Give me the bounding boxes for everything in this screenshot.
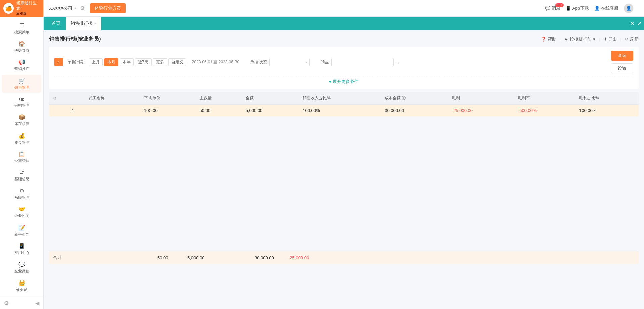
inventory-icon: 📦 <box>18 114 25 120</box>
page-actions: ❓ 帮助 | 🖨 按模板打印 ▾ | ⬇ 导出 | ↺ 刷新 <box>541 36 639 42</box>
sidebar-item-operations[interactable]: 📋 经营管理 <box>2 148 41 166</box>
sidebar-item-purchase[interactable]: 🛍 采购管理 <box>2 93 41 111</box>
service-label: 在线客服 <box>601 5 618 11</box>
sidebar-item-quick-nav[interactable]: 🏠 快捷导航 <box>2 38 41 56</box>
sidebar-item-label: 搜索菜单 <box>14 30 29 35</box>
topbar-right: 💬 消息 99+ 📱 App下载 👤 在线客服 👤 <box>545 4 639 13</box>
th-qty: 主数量 <box>196 92 242 105</box>
app-icon: 📱 <box>566 6 571 11</box>
th-amount: 全额 <box>242 92 299 105</box>
print-btn[interactable]: 🖨 按模板打印 ▾ <box>564 36 595 42</box>
tabbar: 首页 销售排行榜 × ✕ ⤢ <box>44 17 644 30</box>
date-btn-7days[interactable]: 近7天 <box>135 58 152 66</box>
tab-sales-ranking[interactable]: 销售排行榜 × <box>66 17 101 30</box>
export-btn[interactable]: ⬇ 导出 <box>603 36 617 42</box>
footer-amount: 5,000.00 <box>187 255 221 260</box>
sidebar-item-basic-info[interactable]: 🗂 基础信息 <box>2 167 41 184</box>
tab-home[interactable]: 首页 <box>46 17 66 30</box>
sidebar-item-wechat[interactable]: 💬 企业微信 <box>2 259 41 276</box>
sidebar-logo: 🍊 畅康通好生意 标准版 <box>0 0 43 17</box>
th-gross-rate: 毛利率 <box>514 92 575 105</box>
refresh-btn[interactable]: ↺ 刷新 <box>625 36 639 42</box>
sidebar-item-label: 快捷导航 <box>14 48 29 53</box>
help-btn[interactable]: ❓ 帮助 <box>541 36 556 42</box>
message-badge: 99+ <box>555 3 564 7</box>
company-dropdown-arrow: ▾ <box>74 6 76 10</box>
date-btn-more[interactable]: 更多 <box>153 58 167 66</box>
expand-icon[interactable]: ⤢ <box>637 20 641 27</box>
date-btn-this-year[interactable]: 本年 <box>120 58 134 66</box>
company-name: XXXXX公司 <box>49 5 72 11</box>
search-order-icon: ☰ <box>19 22 24 29</box>
logo-title: 畅康通好生意 <box>16 1 40 11</box>
td-avg-price: 100.00 <box>140 105 196 117</box>
sidebar-item-label: 企业微信 <box>14 269 29 274</box>
sidebar-item-system[interactable]: ⚙ 系统管理 <box>2 185 41 203</box>
basic-info-icon: 🗂 <box>19 169 25 175</box>
close-all-tabs-icon[interactable]: ✕ <box>630 20 634 27</box>
td-gross-pct: 100.00% <box>575 105 639 117</box>
sidebar-item-marketing[interactable]: 📢 营销推广 <box>2 56 41 74</box>
sidebar-item-app-center[interactable]: 📱 应用中心 <box>2 240 41 258</box>
print-label: 按模板打印 <box>570 36 592 42</box>
date-btn-custom[interactable]: 自定义 <box>168 58 186 66</box>
sidebar-item-guide[interactable]: 📝 新手引导 <box>2 222 41 240</box>
guide-icon: 📝 <box>18 224 25 231</box>
home-tab-label: 首页 <box>52 20 60 27</box>
settings-icon[interactable]: ⚙ <box>4 300 9 306</box>
date-btn-last-month[interactable]: 上月 <box>89 58 103 66</box>
sidebar-item-sales[interactable]: 🛒 销售管理 <box>2 75 41 93</box>
goods-input[interactable] <box>331 58 394 66</box>
th-setting[interactable]: ⚙ <box>49 92 61 105</box>
data-table: ⚙ 员工名称 平均单价 主数量 全额 销售收入占比% 成本全额 ⓘ 毛利 毛利率… <box>49 92 639 117</box>
online-service-btn[interactable]: 👤 在线客服 <box>594 5 618 11</box>
th-sales-pct: 销售收入占比% <box>299 92 381 105</box>
app-download-btn[interactable]: 📱 App下载 <box>566 5 589 11</box>
service-icon: 👤 <box>594 6 600 11</box>
page-header: 销售排行榜(按业务员) ❓ 帮助 | 🖨 按模板打印 ▾ | ⬇ 导出 | <box>49 36 639 43</box>
status-filter: 单据状态 <box>250 58 310 66</box>
query-btn[interactable]: 查询 <box>611 51 633 61</box>
goods-more-icon[interactable]: ... <box>396 60 399 64</box>
close-tab-icon[interactable]: × <box>94 21 97 26</box>
active-tab-label: 销售排行榜 <box>71 20 92 27</box>
operations-icon: 📋 <box>18 151 25 157</box>
export-label: 导出 <box>608 36 617 42</box>
sidebar-item-label: 应用中心 <box>14 250 29 255</box>
main-content: XXXXX公司 ▾ ⚙ 体验行业方案 💬 消息 99+ 📱 App下载 👤 在线… <box>44 0 644 309</box>
table-footer: 合计 50.00 5,000.00 30,000.00 -25,000.00 <box>49 251 639 264</box>
sidebar-item-member[interactable]: 👑 畅会员 <box>2 277 41 295</box>
footer-qty: 50.00 <box>157 255 187 260</box>
expand-more-btn[interactable]: ▾ 展开更多条件 <box>329 79 359 85</box>
marketing-icon: 📢 <box>18 59 25 65</box>
logo-icon: 🍊 <box>3 3 14 14</box>
filter-collapse-btn[interactable]: › <box>54 58 63 66</box>
system-icon: ⚙ <box>19 188 24 194</box>
trial-btn[interactable]: 体验行业方案 <box>90 3 126 13</box>
company-selector[interactable]: XXXXX公司 ▾ <box>49 5 76 11</box>
topbar: XXXXX公司 ▾ ⚙ 体验行业方案 💬 消息 99+ 📱 App下载 👤 在线… <box>44 0 644 17</box>
td-rank: 1 <box>61 105 85 117</box>
sidebar-item-search-order[interactable]: ☰ 搜索菜单 <box>2 19 41 37</box>
date-filter-label: 单据日期 <box>67 59 85 65</box>
collapse-icon[interactable]: ◀ <box>35 300 39 306</box>
sidebar-item-finance[interactable]: 💰 资金管理 <box>2 130 41 148</box>
page-title: 销售排行榜(按业务员) <box>49 36 101 43</box>
settings-gear-icon[interactable]: ⚙ <box>80 5 85 11</box>
filter-bar: › 单据日期 上月 本月 本年 近7天 更多 自定义 2023-06-01 至 … <box>49 47 639 89</box>
refresh-icon: ↺ <box>625 37 629 42</box>
user-avatar[interactable]: 👤 <box>624 4 633 13</box>
date-btn-this-month[interactable]: 本月 <box>104 58 118 66</box>
chevron-down-icon: ▾ <box>329 79 331 84</box>
td-sales-pct: 100.00% <box>299 105 381 117</box>
footer-total-label: 合计 <box>53 255 80 261</box>
export-icon: ⬇ <box>603 37 607 42</box>
sidebar-item-collab[interactable]: 🤝 企业协同 <box>2 203 41 221</box>
th-avg-price: 平均单价 <box>140 92 196 105</box>
logo-subtitle: 标准版 <box>16 11 40 16</box>
sidebar-item-inventory[interactable]: 📦 库存核算 <box>2 111 41 129</box>
settings-btn[interactable]: 设置 <box>611 63 633 73</box>
message-btn[interactable]: 💬 消息 99+ <box>545 5 560 11</box>
purchase-icon: 🛍 <box>19 96 25 102</box>
status-select[interactable] <box>269 58 310 66</box>
